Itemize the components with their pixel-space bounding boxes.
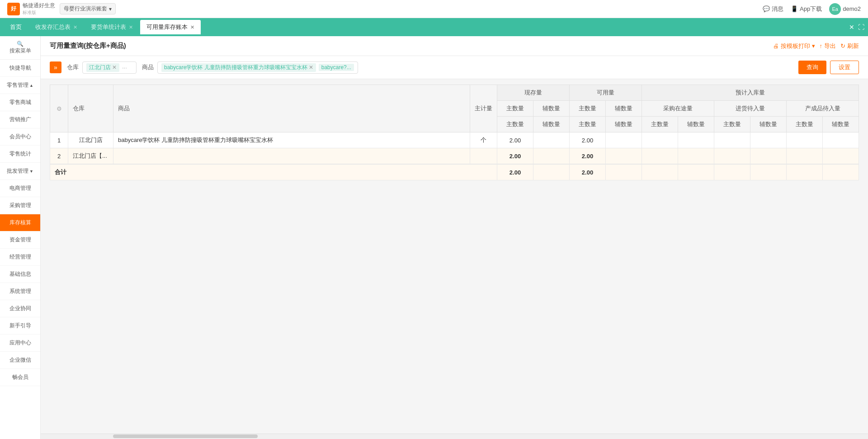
cell-subtotal-arrival-aux <box>750 148 787 165</box>
tab-available[interactable]: 可用量库存账本 ✕ <box>140 20 201 34</box>
logo-area: 好 畅捷通好生意 标准版 <box>7 2 55 16</box>
product-tag-1-remove[interactable]: ✕ <box>309 64 313 71</box>
sidebar-item-enterprise-wechat[interactable]: 企业微信 <box>0 352 40 369</box>
cell-total-stock-main: 2.00 <box>497 164 533 180</box>
cell-subtotal-arrival-main <box>714 148 750 165</box>
chevron-icon: ▲ <box>29 83 33 88</box>
page-header-actions: 🖨 按模板打印 ▾ ↑ 导出 ↻ 刷新 <box>773 42 859 56</box>
warehouse-filter-group: 仓库 江北门店 ✕ ··· <box>67 61 137 74</box>
refresh-btn[interactable]: ↻ 刷新 <box>840 42 859 50</box>
cell-subtotal-stock-main: 2.00 <box>497 148 533 165</box>
sidebar-item-inventory[interactable]: 库存核算 <box>0 214 40 231</box>
export-btn[interactable]: ↑ 导出 <box>820 42 836 50</box>
tab-home[interactable]: 首页 <box>4 20 28 34</box>
app-download-btn[interactable]: 📱 App下载 <box>791 5 822 13</box>
cell-total-purchase-aux <box>678 164 714 180</box>
subtotal-row: 2 江北门店【... 2.00 2.00 <box>50 148 859 165</box>
cell-subtotal-index: 2 <box>50 148 68 165</box>
tab-close-order[interactable]: ✕ <box>129 24 133 30</box>
cell-total-purchase-main <box>642 164 678 180</box>
logo-text: 畅捷通好生意 标准版 <box>23 2 55 16</box>
cell-avail-main: 2.00 <box>570 132 606 148</box>
message-btn[interactable]: 💬 消息 <box>763 5 783 13</box>
sidebar-item-newbie[interactable]: 新手引导 <box>0 317 40 335</box>
cell-avail-aux <box>606 132 642 148</box>
export-icon: ↑ <box>820 42 823 49</box>
th-stock-aux-2: 辅数量 <box>533 117 570 132</box>
tab-fullscreen-icon[interactable]: ⛶ <box>858 24 864 31</box>
sidebar-item-member[interactable]: 会员中心 <box>0 128 40 146</box>
scroll-thumb[interactable] <box>113 434 258 438</box>
message-icon: 💬 <box>763 5 770 12</box>
cell-production-aux <box>823 132 859 148</box>
tab-close-receive[interactable]: ✕ <box>73 24 77 30</box>
sidebar-item-purchase[interactable]: 采购管理 <box>0 197 40 214</box>
tab-close-available[interactable]: ✕ <box>190 24 194 30</box>
th-unit: 主计量 <box>470 85 497 132</box>
tab-receive[interactable]: 收发存汇总表 ✕ <box>29 20 84 34</box>
cell-subtotal-warehouse: 江北门店【... <box>68 148 113 165</box>
chevron-down-icon: ▾ <box>109 6 112 12</box>
warehouse-filter-label: 仓库 <box>67 63 79 71</box>
cell-subtotal-unit <box>470 148 497 165</box>
cell-subtotal-avail-aux <box>606 148 642 165</box>
tab-bar: 首页 收发存汇总表 ✕ 要货单统计表 ✕ 可用量库存账本 ✕ ✕ ⛶ <box>0 18 868 36</box>
gear-icon[interactable]: ⚙ <box>57 105 62 112</box>
th-available-group: 可用量 <box>570 85 642 101</box>
sidebar-item-app-center[interactable]: 应用中心 <box>0 335 40 352</box>
cell-total-production-main <box>787 164 823 180</box>
warehouse-tag: 江北门店 ✕ <box>86 63 119 72</box>
th-warehouse: 仓库 <box>68 85 113 132</box>
cell-subtotal-purchase-main <box>642 148 678 165</box>
cell-total-arrival-main <box>714 164 750 180</box>
avatar: Ea <box>829 3 841 15</box>
horizontal-scrollbar[interactable] <box>41 434 868 439</box>
cell-total-label: 合计 <box>50 164 497 180</box>
warehouse-tag-remove[interactable]: ✕ <box>112 64 117 71</box>
filter-actions: 查询 设置 <box>798 61 859 74</box>
sidebar-item-operation[interactable]: 经营管理 <box>0 249 40 266</box>
query-btn[interactable]: 查询 <box>798 61 826 74</box>
sidebar-item-basic[interactable]: 基础信息 <box>0 266 40 283</box>
sidebar-item-ecommerce[interactable]: 电商管理 <box>0 180 40 197</box>
cell-subtotal-production-main <box>787 148 823 165</box>
refresh-icon: ↻ <box>840 42 845 49</box>
sidebar-item-retail-stats[interactable]: 零售统计 <box>0 146 40 163</box>
settings-btn[interactable]: 设置 <box>830 61 859 74</box>
sidebar-item-finance[interactable]: 资金管理 <box>0 231 40 249</box>
tab-order[interactable]: 要货单统计表 ✕ <box>85 20 139 34</box>
th-production-main: 主数量 <box>787 117 823 132</box>
sidebar-item-system[interactable]: 系统管理 <box>0 283 40 300</box>
chevron-down-icon: ▾ <box>812 42 815 49</box>
sidebar-item-wholesale[interactable]: 批发管理 ▼ <box>0 163 40 180</box>
product-filter-tags[interactable]: babycare学饮杯 儿童防摔防撞吸管杯重力球吸嘴杯宝宝水杯 ✕ babyca… <box>157 61 358 74</box>
th-settings-gear: ⚙ <box>50 85 68 132</box>
tab-bar-actions: ✕ ⛶ <box>849 24 864 31</box>
cell-unit: 个 <box>470 132 497 148</box>
sidebar-item-marketing[interactable]: 营销推广 <box>0 111 40 128</box>
cell-product: babycare学饮杯 儿童防摔防撞吸管杯重力球吸嘴杯宝宝水杯 <box>113 132 470 148</box>
filter-bar: » 仓库 江北门店 ✕ ··· 商品 babycare学饮杯 儿童防摔防撞吸管杯… <box>41 56 868 79</box>
top-bar-left: 好 畅捷通好生意 标准版 母婴行业演示账套 ▾ <box>7 2 116 16</box>
cell-subtotal-product <box>113 148 470 165</box>
sidebar-item-member2[interactable]: 畅会员 <box>0 369 40 386</box>
total-row: 合计 2.00 2.00 <box>50 164 859 180</box>
tab-close-all-icon[interactable]: ✕ <box>849 24 854 31</box>
th-production-aux: 辅数量 <box>823 117 859 132</box>
cell-stock-aux <box>533 132 570 148</box>
filter-toggle-btn[interactable]: » <box>50 61 61 73</box>
product-filter-label: 商品 <box>142 63 154 71</box>
th-stock-group: 现存量 <box>497 85 570 101</box>
template-print-btn[interactable]: 🖨 按模板打印 ▾ <box>773 42 815 50</box>
user-profile[interactable]: Ea demo2 <box>829 3 861 15</box>
th-avail-aux-2: 辅数量 <box>606 117 642 132</box>
th-avail-aux: 辅数量 <box>606 101 642 117</box>
industry-selector[interactable]: 母婴行业演示账套 ▾ <box>60 3 116 14</box>
sidebar-item-enterprise[interactable]: 企业协同 <box>0 300 40 317</box>
sidebar-search[interactable]: 🔍 搜索菜单 <box>0 36 40 60</box>
warehouse-filter-tags[interactable]: 江北门店 ✕ ··· <box>82 61 137 74</box>
page-header: 可用量查询(按仓库+商品) 🖨 按模板打印 ▾ ↑ 导出 ↻ 刷新 <box>41 36 868 56</box>
th-purchase-sub: 采购在途量 <box>642 101 714 117</box>
sidebar-item-retail-mgmt[interactable]: 零售管理 ▲ <box>0 77 40 94</box>
sidebar-item-retail-mall[interactable]: 零售商城 <box>0 94 40 111</box>
